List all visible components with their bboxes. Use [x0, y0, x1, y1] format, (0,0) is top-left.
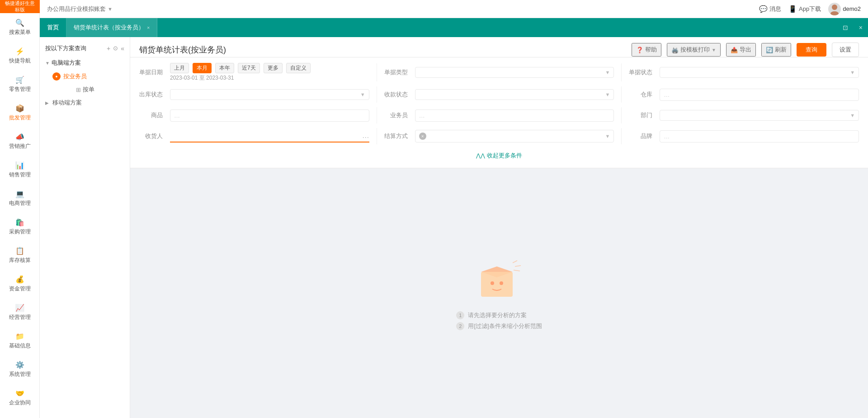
mobile-arrow-icon: ▶: [45, 100, 49, 105]
filter-row-2: 出库状态 ▼ 收款状态 ▼: [139, 86, 859, 103]
sidebar-item-finance[interactable]: 💰 资金管理: [0, 270, 39, 298]
help-btn[interactable]: ❓ 帮助: [632, 43, 661, 57]
dept-select[interactable]: ▼: [660, 110, 859, 121]
by-order-scheme[interactable]: ⊞ 按单: [72, 83, 130, 96]
empty-illustration: [470, 256, 528, 306]
svg-line-5: [513, 261, 517, 263]
settlement-label: 结算方式: [384, 132, 411, 140]
retail-icon: 🛒: [15, 76, 24, 84]
date-buttons: 上月 本月 本年 近7天 更多 自定义: [170, 63, 369, 73]
tab-close-icon[interactable]: ×: [147, 25, 150, 30]
last7-btn[interactable]: 近7天: [238, 63, 260, 73]
this-year-btn[interactable]: 本年: [215, 63, 234, 73]
left-panel-title: 按以下方案查询: [45, 44, 104, 52]
account-selector[interactable]: 办公用品行业模拟账套 ▼: [47, 5, 754, 13]
warehouse-label: 仓库: [629, 90, 656, 99]
sidebar-item-quicknav[interactable]: ⚡ 快捷导航: [0, 42, 39, 70]
sidebar-item-ecommerce[interactable]: 💻 电商管理: [0, 184, 39, 213]
sidebar-item-marketing[interactable]: 📣 营销推广: [0, 127, 39, 156]
enterprise-icon: 🤝: [15, 389, 24, 398]
brand-label: 品牌: [629, 132, 656, 140]
sidebar-item-basic[interactable]: 📁 基础信息: [0, 327, 39, 355]
salesperson-select[interactable]: …: [415, 109, 614, 122]
collapse-btn[interactable]: ⋀⋀ 收起更多条件: [139, 149, 859, 162]
sidebar-item-purchase[interactable]: 🛍️ 采购管理: [0, 213, 39, 241]
messages-btn[interactable]: 💬 消息: [759, 5, 781, 13]
receiver-label: 收货人: [139, 132, 166, 140]
receiver-input[interactable]: [170, 133, 362, 139]
svg-point-1: [830, 11, 839, 15]
right-panel: 销货单统计表(按业务员) ❓ 帮助 🖨️ 按模板打印 ▼ 📤 导出: [130, 37, 868, 418]
system-icon: ⚙️: [15, 361, 24, 369]
sidebar-item-label: 采购管理: [9, 228, 31, 236]
page-title: 销货单统计表(按业务员): [139, 44, 632, 55]
messages-label: 消息: [769, 5, 781, 13]
doc-status-select[interactable]: ▼: [660, 67, 859, 78]
receiver-input-wrapper: …: [170, 130, 369, 142]
close-window-btn[interactable]: ×: [854, 18, 868, 37]
add-scheme-btn[interactable]: +: [107, 45, 110, 52]
chevron-down-icon: ▼: [108, 6, 113, 12]
restore-window-btn[interactable]: ⊡: [837, 18, 854, 37]
app-download-btn[interactable]: 📱 App下载: [788, 5, 821, 13]
refresh-btn[interactable]: 🔄 刷新: [761, 43, 791, 57]
purchase-icon: 🛍️: [15, 218, 24, 227]
help-icon: ❓: [636, 47, 643, 53]
dropdown-arrow-icon: ▼: [712, 48, 716, 52]
mobile-group-item[interactable]: ▶ 移动端方案: [45, 96, 130, 109]
edit-scheme-btn[interactable]: ⊙: [113, 45, 118, 52]
sidebar-item-label: 搜索菜单: [9, 28, 31, 36]
setting-button[interactable]: 设置: [832, 43, 859, 57]
sidebar-item-enterprise[interactable]: 🤝 企业协同: [0, 384, 39, 412]
desktop-group: ▼ 电脑端方案 ● 按业务员 ⊞ 按单: [40, 56, 130, 96]
goods-select[interactable]: …: [170, 109, 369, 122]
desktop-schemes: ● 按业务员 ⊞ 按单: [40, 70, 130, 96]
settlement-tag-close[interactable]: ×: [419, 133, 426, 140]
query-button[interactable]: 查询: [797, 43, 826, 57]
last-month-btn[interactable]: 上月: [170, 63, 189, 73]
step-2-num: 2: [456, 322, 464, 330]
sidebar-item-inventory[interactable]: 📋 库存核算: [0, 241, 39, 270]
desktop-group-item[interactable]: ▼ 电脑端方案: [40, 56, 130, 70]
custom-btn[interactable]: 自定义: [286, 63, 311, 73]
page-actions: ❓ 帮助 🖨️ 按模板打印 ▼ 📤 导出 🔄 刷新: [632, 43, 859, 57]
marketing-icon: 📣: [15, 133, 24, 141]
export-label: 导出: [740, 46, 751, 54]
out-status-select[interactable]: ▼: [170, 89, 369, 100]
sidebar-item-system[interactable]: ⚙️ 系统管理: [0, 355, 39, 384]
mobile-group-label: 移动端方案: [52, 99, 82, 107]
export-btn[interactable]: 📤 导出: [726, 43, 756, 57]
sidebar-item-search[interactable]: 🔍 搜索菜单: [0, 13, 39, 42]
receiver-dots[interactable]: …: [362, 132, 369, 140]
settlement-select[interactable]: × ▼: [415, 130, 614, 142]
tab-sales-stats[interactable]: 销货单统计表（按业务员） ×: [66, 18, 157, 37]
warehouse-select[interactable]: …: [660, 89, 859, 101]
sidebar-item-operation[interactable]: 📈 经营管理: [0, 298, 39, 327]
sidebar-item-label: 企业协同: [9, 399, 31, 407]
dept-label: 部门: [629, 111, 656, 119]
brand-dots: …: [664, 133, 855, 140]
by-salesperson-scheme[interactable]: ● 按业务员: [52, 70, 130, 83]
collapse-panel-btn[interactable]: «: [121, 45, 124, 52]
template-print-btn[interactable]: 🖨️ 按模板打印 ▼: [667, 43, 721, 57]
tab-home[interactable]: 首页: [40, 18, 66, 37]
more-btn[interactable]: 更多: [264, 63, 283, 73]
sidebar-item-guide[interactable]: 🎯 新手引导: [0, 412, 39, 418]
inventory-icon: 📋: [15, 247, 24, 255]
operation-icon: 📈: [15, 304, 24, 312]
sidebar-item-label: 批发管理: [9, 114, 31, 122]
sidebar-item-retail[interactable]: 🛒 零售管理: [0, 70, 39, 99]
basic-icon: 📁: [15, 332, 24, 341]
sidebar-item-sales[interactable]: 📊 销售管理: [0, 156, 39, 184]
doc-type-select[interactable]: ▼: [415, 67, 614, 78]
account-name: 办公用品行业模拟账套: [47, 5, 106, 13]
goods-label: 商品: [139, 111, 166, 119]
brand-select[interactable]: …: [660, 130, 859, 142]
sidebar-item-label: 资金管理: [9, 285, 31, 293]
svg-point-0: [832, 5, 837, 10]
user-profile[interactable]: demo2: [828, 3, 861, 15]
pay-status-select[interactable]: ▼: [415, 89, 614, 100]
sidebar-item-wholesale[interactable]: 📦 批发管理: [0, 99, 39, 127]
warehouse-dots: …: [664, 91, 855, 98]
this-month-btn[interactable]: 本月: [193, 63, 212, 73]
